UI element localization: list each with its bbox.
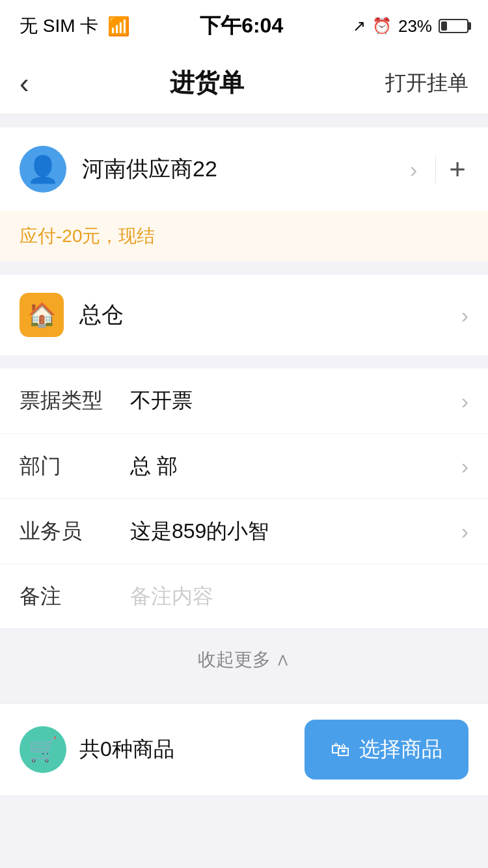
section-gap-3 xyxy=(0,355,488,368)
location-icon: ↗ xyxy=(353,17,366,35)
main-content: 👤 河南供应商22 › + 应付-20元，现结 🏠 总仓 › 票据类型 不开票 … xyxy=(0,115,488,795)
back-button[interactable]: ‹ xyxy=(20,67,29,100)
invoice-type-row[interactable]: 票据类型 不开票 › xyxy=(0,368,488,433)
status-bar: 无 SIM 卡 📶 下午6:04 ↗ ⏰ 23% xyxy=(0,0,488,52)
notice-banner: 应付-20元，现结 xyxy=(0,211,488,262)
carrier-text: 无 SIM 卡 xyxy=(20,14,98,38)
add-supplier-button[interactable]: + xyxy=(435,155,468,183)
remark-row[interactable]: 备注 备注内容 xyxy=(0,563,488,629)
warehouse-icon: 🏠 xyxy=(20,293,64,337)
warehouse-chevron-icon: › xyxy=(461,303,468,328)
avatar-icon: 👤 xyxy=(27,154,59,185)
status-left: 无 SIM 卡 📶 xyxy=(20,14,130,38)
open-pending-button[interactable]: 打开挂单 xyxy=(385,69,468,98)
supplier-card: 👤 河南供应商22 › + 应付-20元，现结 xyxy=(0,128,488,262)
section-gap-2 xyxy=(0,262,488,275)
nav-bar: ‹ 进货单 打开挂单 xyxy=(0,52,488,115)
select-product-label: 选择商品 xyxy=(359,735,442,764)
invoice-type-chevron-icon: › xyxy=(461,388,468,414)
collapse-label: 收起更多 ∧ xyxy=(198,647,291,672)
wifi-icon: 📶 xyxy=(107,16,130,37)
supplier-avatar: 👤 xyxy=(20,146,66,193)
select-product-button[interactable]: 🛍 选择商品 xyxy=(305,720,468,780)
salesperson-chevron-icon: › xyxy=(461,519,468,544)
section-gap-1 xyxy=(0,115,488,128)
form-card: 票据类型 不开票 › 部门 总 部 › 业务员 这是859的小智 › 备注 备注… xyxy=(0,368,488,629)
bag-icon: 🛒 xyxy=(29,736,58,763)
remark-input[interactable]: 备注内容 xyxy=(124,582,468,611)
alarm-icon: ⏰ xyxy=(372,17,392,35)
remark-label: 备注 xyxy=(20,582,124,611)
product-count: 共0种商品 xyxy=(79,735,174,764)
salesperson-row[interactable]: 业务员 这是859的小智 › xyxy=(0,498,488,563)
department-row[interactable]: 部门 总 部 › xyxy=(0,433,488,498)
supplier-name: 河南供应商22 xyxy=(82,154,410,184)
salesperson-value: 这是859的小智 xyxy=(124,517,461,546)
battery-percent: 23% xyxy=(398,16,432,36)
cart-add-icon: 🛍 xyxy=(331,739,350,761)
department-chevron-icon: › xyxy=(461,454,468,479)
status-time: 下午6:04 xyxy=(200,12,283,40)
bottom-bar: 🛒 共0种商品 🛍 选择商品 xyxy=(0,703,488,795)
status-right: ↗ ⏰ 23% xyxy=(353,16,468,36)
supplier-row[interactable]: 👤 河南供应商22 › + xyxy=(0,128,488,211)
invoice-type-value: 不开票 xyxy=(124,387,461,415)
page-title: 进货单 xyxy=(170,66,244,100)
product-bag-icon: 🛒 xyxy=(20,726,66,773)
battery-icon xyxy=(439,19,468,33)
warehouse-card: 🏠 总仓 › xyxy=(0,275,488,355)
warehouse-name: 总仓 xyxy=(79,300,461,330)
house-icon: 🏠 xyxy=(27,301,57,329)
department-value: 总 部 xyxy=(124,452,461,481)
supplier-chevron-icon: › xyxy=(410,157,417,182)
salesperson-label: 业务员 xyxy=(20,517,124,546)
collapse-button[interactable]: 收起更多 ∧ xyxy=(0,629,488,690)
product-left: 🛒 共0种商品 xyxy=(20,726,174,773)
warehouse-row[interactable]: 🏠 总仓 › xyxy=(0,275,488,355)
department-label: 部门 xyxy=(20,452,124,481)
invoice-type-label: 票据类型 xyxy=(20,387,124,415)
